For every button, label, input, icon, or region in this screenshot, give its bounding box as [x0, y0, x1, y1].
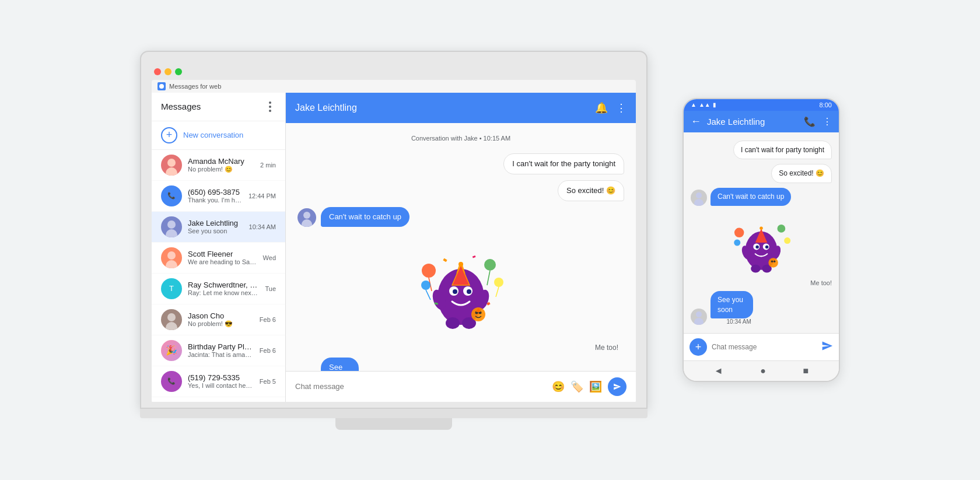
dot [269, 106, 271, 108]
svg-point-6 [166, 260, 177, 268]
svg-point-63 [771, 260, 773, 262]
message-bubble-outgoing: So excited! 😊 [558, 180, 624, 201]
svg-point-7 [167, 313, 176, 321]
svg-point-65 [696, 311, 702, 317]
svg-line-32 [496, 287, 499, 297]
message-bubble-incoming: Can't wait to catch up [321, 207, 410, 227]
conv-item-birthday[interactable]: 🎉 Birthday Party Planning Jacinta: That … [152, 335, 285, 366]
phone-status-bar: ▲ ▲▲ ▮ 8:00 [684, 99, 839, 111]
phone-see-you-soon-group: See you soon 10:34 AM [710, 291, 767, 325]
conversation-label: Conversation with Jake • 10:15 AM [298, 135, 624, 142]
conv-item-amanda[interactable]: Amanda McNary No problem! 😊 2 min [152, 150, 285, 181]
phone-msg-row-incoming: Can't wait to catch up [691, 188, 832, 206]
conv-preview-amanda: No problem! 😊 [188, 166, 254, 173]
conv-item-scott[interactable]: Scott Fleener We are heading to San Fran… [152, 243, 285, 274]
phone-back-button[interactable]: ← [691, 115, 701, 128]
svg-point-31 [494, 278, 503, 287]
chat-message-input[interactable] [295, 382, 546, 391]
chat-messages: Conversation with Jake • 10:15 AM I can'… [286, 123, 636, 371]
emoji-icon[interactable]: 😊 [552, 380, 565, 393]
avatar-birthday: 🎉 [161, 340, 182, 361]
conv-time-amanda: 2 min [260, 162, 276, 169]
laptop-base [140, 409, 648, 418]
traffic-light-green[interactable] [175, 68, 182, 75]
svg-point-51 [765, 246, 769, 249]
phone-nav-bar: ◄ ● ■ [684, 360, 839, 381]
attach-icon[interactable]: 🖼️ [589, 380, 602, 393]
phone-see-you-soon-time: 10:34 AM [710, 318, 767, 325]
conv-name-jason: Jason Cho [188, 311, 254, 320]
new-conversation-button[interactable]: + New conversation [152, 121, 285, 150]
conversation-list: Amanda McNary No problem! 😊 2 min 📞 (650… [152, 150, 285, 402]
conv-item-ray[interactable]: T Ray Schwerdtner, Jason Tzou Ray: Let m… [152, 274, 285, 304]
conv-info-jason: Jason Cho No problem! 😎 [188, 311, 254, 328]
nav-back-icon[interactable]: ◄ [714, 366, 723, 376]
chat-contact-name: Jake Leichtling [295, 103, 357, 113]
messages-app-icon [158, 82, 166, 90]
phone-chat-input[interactable] [712, 343, 817, 351]
phone-sticker-row [691, 211, 832, 275]
svg-point-16 [453, 289, 457, 294]
svg-point-58 [734, 227, 744, 237]
message-row-see-you-soon: See you soon 10:34 AM [298, 358, 624, 370]
svg-point-53 [760, 226, 763, 230]
phone-more-icon[interactable]: ⋮ [822, 116, 832, 127]
svg-point-2 [166, 167, 177, 176]
nav-home-icon[interactable]: ● [760, 366, 766, 376]
conv-info-650: (650) 695-3875 Thank you. I'm heading ho… [188, 188, 243, 204]
conv-time-jake: 10:34 AM [249, 223, 276, 230]
conv-name-ray: Ray Schwerdtner, Jason Tzou [188, 281, 259, 289]
phone-bubble-incoming: Can't wait to catch up [710, 188, 791, 206]
traffic-light-yellow[interactable] [164, 68, 172, 75]
svg-point-25 [446, 317, 460, 329]
nav-recent-icon[interactable]: ■ [803, 366, 809, 376]
phone-party-sticker [729, 211, 793, 275]
svg-point-66 [694, 318, 704, 325]
phone-me-too-label: Me too! [691, 279, 832, 286]
phone-avatar-jake [691, 190, 707, 206]
sidebar-more-button[interactable] [264, 101, 276, 113]
tab-label[interactable]: Messages for web [169, 83, 221, 90]
conv-preview-scott: We are heading to San Francisco [188, 258, 257, 265]
svg-point-0 [159, 84, 164, 89]
send-button[interactable] [608, 377, 626, 396]
notification-icon[interactable]: 🔔 [595, 101, 608, 114]
conv-name-scott: Scott Fleener [188, 250, 257, 258]
message-row: So excited! 😊 [298, 180, 624, 201]
avatar-ray: T [161, 278, 182, 299]
conv-item-519[interactable]: 📞 (519) 729-5335 Yes, I will contact her… [152, 366, 285, 397]
more-options-icon[interactable]: ⋮ [616, 101, 626, 114]
dot [269, 110, 271, 112]
svg-line-34 [426, 290, 430, 300]
sticker-icon[interactable]: 🏷️ [570, 380, 583, 393]
svg-rect-36 [473, 255, 476, 258]
me-too-label: Me too! [298, 344, 624, 352]
conv-time-birthday: Feb 6 [260, 347, 276, 354]
conv-item-jason[interactable]: Jason Cho No problem! 😎 Feb 6 [152, 304, 285, 335]
scene: Messages for web Messages + [117, 27, 863, 453]
conv-item-jake[interactable]: Jake Leichtling See you soon 10:34 AM [152, 212, 285, 243]
message-bubble-outgoing: I can't wait for the party tonight [503, 153, 624, 174]
conv-item-650[interactable]: 📞 (650) 695-3875 Thank you. I'm heading … [152, 181, 285, 212]
conv-time-jason: Feb 6 [260, 316, 276, 323]
avatar-519: 📞 [161, 371, 182, 392]
phone-msg-row: I can't wait for party tonight [691, 141, 832, 160]
svg-line-30 [487, 271, 490, 285]
svg-point-8 [166, 322, 177, 330]
svg-point-17 [467, 289, 471, 294]
dot [269, 101, 271, 104]
traffic-light-red[interactable] [154, 68, 161, 75]
phone-send-button[interactable] [821, 340, 833, 355]
phone-call-icon[interactable]: 📞 [804, 116, 816, 127]
phone-bubble-see-you-soon: See you soon [710, 291, 753, 319]
traffic-lights [152, 68, 636, 75]
conv-item-peter[interactable]: Peter Paik I am available tomorrow at 7P… [152, 397, 285, 402]
chat-header-icons: 🔔 ⋮ [595, 101, 626, 114]
avatar-650: 📞 [161, 185, 182, 206]
battery-icon: ▮ [713, 101, 716, 108]
phone-add-button[interactable]: + [690, 338, 707, 356]
message-row: I can't wait for the party tonight [298, 153, 624, 174]
conv-preview-519: Yes, I will contact her tomorrow :) [188, 382, 254, 389]
sidebar: Messages + New conversation [152, 93, 286, 402]
svg-rect-35 [443, 258, 447, 262]
